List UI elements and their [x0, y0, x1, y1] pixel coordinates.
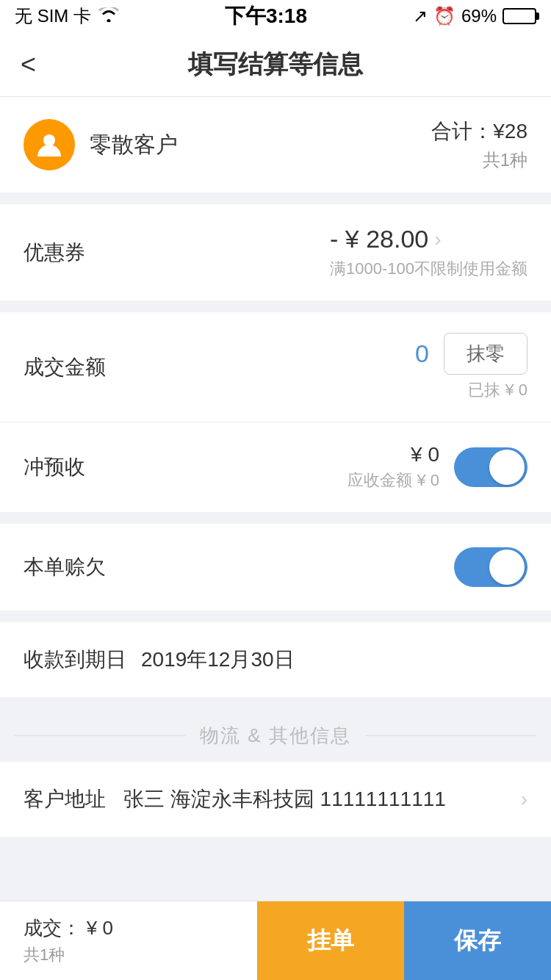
debt-toggle[interactable]	[454, 547, 527, 587]
toggle-knob	[489, 450, 525, 485]
customer-left: 零散客户	[24, 119, 178, 170]
debt-label: 本单赊欠	[24, 553, 106, 581]
customer-total: 合计：¥28	[431, 118, 527, 145]
coupon-right: - ¥ 28.00 › 满1000-100不限制使用金额	[330, 225, 527, 280]
bottom-actions: 挂单 保存	[257, 901, 551, 981]
deal-amount-label: 成交金额	[24, 353, 106, 381]
logistics-section: 物流 & 其他信息	[0, 709, 551, 762]
coupon-section[interactable]: 优惠券 - ¥ 28.00 › 满1000-100不限制使用金额	[0, 204, 551, 300]
address-label: 客户地址	[24, 785, 106, 813]
precollect-right: ¥ 0 应收金额 ¥ 0	[347, 443, 527, 491]
deal-amount-row: 成交金额 0 抹零 已抹 ¥ 0	[0, 312, 551, 422]
bottom-summary: 成交： ¥ 0 共1种	[0, 915, 257, 966]
deal-amount-sub: 已抹 ¥ 0	[468, 379, 527, 401]
duedate-section: 收款到期日 2019年12月30日	[0, 622, 551, 697]
battery-percent: 69%	[461, 6, 497, 26]
deal-amount-right: 0 抹零	[415, 333, 527, 375]
debt-section: 本单赊欠	[0, 524, 551, 610]
address-section[interactable]: 客户地址 张三 海淀永丰科技园 11111111111 ›	[0, 762, 551, 837]
main-content: 零散客户 合计：¥28 共1种 优惠券 - ¥ 28.00 › 满1000-10…	[0, 97, 551, 925]
bottom-deal-amount: ¥ 0	[87, 917, 113, 939]
logistics-label: 物流 & 其他信息	[200, 723, 351, 749]
divider-right	[366, 735, 536, 736]
duedate-value: 2019年12月30日	[141, 646, 295, 674]
svg-point-0	[43, 134, 55, 146]
address-value: 张三 海淀永丰科技园 11111111111	[123, 785, 521, 813]
duedate-row: 收款到期日 2019年12月30日	[24, 646, 527, 674]
customer-name: 零散客户	[90, 130, 178, 160]
customer-section: 零散客户 合计：¥28 共1种	[0, 97, 551, 192]
nav-bar: < 填写结算等信息	[0, 32, 551, 97]
customer-right: 合计：¥28 共1种	[431, 118, 527, 172]
coupon-chevron: ›	[434, 228, 441, 251]
customer-count: 共1种	[431, 148, 527, 172]
bottom-bar: 成交： ¥ 0 共1种 挂单 保存	[0, 901, 551, 980]
coupon-amount: - ¥ 28.00	[330, 225, 428, 253]
debt-toggle-knob	[489, 550, 525, 585]
bottom-deal-label: 成交：	[24, 917, 81, 939]
deal-amount-value: 0	[415, 339, 429, 368]
no-sim-text: 无 SIM 卡	[15, 4, 91, 28]
back-button[interactable]: <	[21, 49, 36, 80]
precollect-sub: 应收金额 ¥ 0	[347, 469, 439, 491]
alarm-icon: ⏰	[433, 6, 455, 26]
precollect-values: ¥ 0 应收金额 ¥ 0	[347, 443, 439, 491]
page-title: 填写结算等信息	[188, 48, 363, 82]
precollect-amount: ¥ 0	[347, 443, 439, 466]
address-chevron: ›	[521, 788, 527, 811]
status-time: 下午3:18	[225, 2, 307, 30]
status-right: ↗ ⏰ 69%	[413, 6, 536, 26]
bottom-count: 共1种	[24, 944, 234, 966]
precollect-row: 冲预收 ¥ 0 应收金额 ¥ 0	[0, 422, 551, 512]
precollect-label: 冲预收	[24, 453, 85, 481]
duedate-label: 收款到期日	[24, 646, 126, 674]
location-icon: ↗	[413, 6, 428, 26]
customer-avatar	[24, 119, 75, 170]
person-icon	[35, 130, 64, 159]
hold-button[interactable]: 挂单	[257, 901, 404, 981]
coupon-desc: 满1000-100不限制使用金额	[330, 258, 527, 280]
precollect-toggle[interactable]	[454, 447, 527, 487]
bottom-deal-row: 成交： ¥ 0	[24, 915, 234, 941]
battery-icon	[503, 8, 536, 24]
round-button[interactable]: 抹零	[444, 333, 527, 375]
status-bar: 无 SIM 卡 下午3:18 ↗ ⏰ 69%	[0, 0, 551, 32]
wifi-icon	[98, 6, 119, 26]
save-button[interactable]: 保存	[404, 901, 551, 981]
amount-section: 成交金额 0 抹零 已抹 ¥ 0 冲预收 ¥ 0 应收金额 ¥ 0	[0, 312, 551, 512]
status-left: 无 SIM 卡	[15, 4, 119, 28]
coupon-label: 优惠券	[24, 239, 85, 267]
divider-left	[15, 735, 185, 736]
